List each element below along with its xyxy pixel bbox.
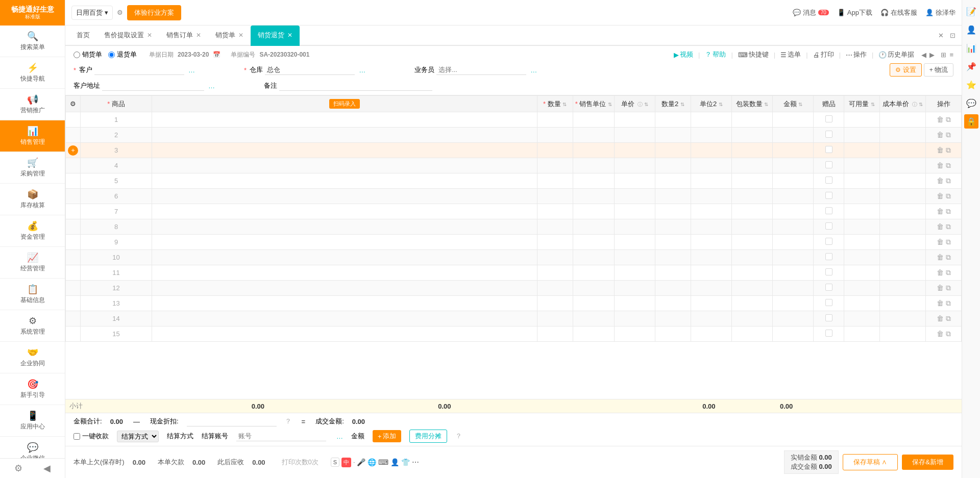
radio-return[interactable]: 退货单 — [108, 50, 137, 59]
qty2-cell[interactable] — [655, 326, 691, 342]
qty2-cell[interactable] — [655, 311, 691, 326]
pkg-cell[interactable] — [732, 112, 773, 128]
qty2-cell[interactable] — [655, 173, 691, 189]
amount-cell[interactable] — [773, 326, 814, 342]
pkg-cell[interactable] — [732, 189, 773, 204]
delete-row-btn[interactable]: 🗑 — [937, 299, 944, 308]
calendar-icon[interactable]: 📅 — [213, 51, 220, 58]
qty-cell[interactable] — [537, 204, 573, 219]
rs-pin-icon[interactable]: 📌 — [964, 59, 978, 73]
sidebar-item-guide[interactable]: 🎯 新手引导 — [0, 373, 65, 405]
copy-row-btn[interactable]: ⧉ — [946, 115, 951, 124]
sidebar-item-search[interactable]: 🔍 搜索菜单 — [0, 26, 65, 57]
remark-input[interactable] — [279, 81, 432, 91]
message-btn[interactable]: 💬 消息 70 — [793, 8, 829, 17]
cost-cell[interactable] — [880, 219, 926, 235]
available-cell[interactable] — [844, 189, 880, 204]
gift-checkbox[interactable] — [825, 314, 832, 321]
payment-method-select[interactable]: 结算方式 — [117, 431, 159, 442]
collapse-icon[interactable]: ◀ — [43, 463, 51, 474]
price-cell[interactable] — [615, 189, 655, 204]
fee-split-btn[interactable]: 费用分摊 — [409, 430, 447, 443]
pkg-cell[interactable] — [732, 143, 773, 158]
cost-cell[interactable] — [880, 326, 926, 342]
cost-cell[interactable] — [880, 204, 926, 219]
delete-row-btn[interactable]: 🗑 — [937, 177, 944, 185]
product-cell[interactable] — [152, 158, 537, 173]
pkg-cell[interactable] — [732, 235, 773, 250]
delete-row-btn[interactable]: 🗑 — [937, 238, 944, 246]
delete-row-btn[interactable]: 🗑 — [937, 330, 944, 338]
delete-row-btn[interactable]: 🗑 — [937, 146, 944, 155]
gift-cell[interactable] — [814, 326, 844, 342]
unit-cell[interactable] — [573, 250, 614, 265]
product-cell[interactable] — [152, 250, 537, 265]
gear-icon[interactable]: ⚙ — [70, 100, 76, 108]
qty-cell[interactable] — [537, 143, 573, 158]
available-cell[interactable] — [844, 204, 880, 219]
product-cell[interactable] — [152, 128, 537, 143]
qty-cell[interactable] — [537, 281, 573, 296]
amount-cell[interactable] — [773, 204, 814, 219]
unit-cell[interactable] — [573, 173, 614, 189]
salesperson-input[interactable] — [436, 65, 526, 75]
pkg-cell[interactable] — [732, 219, 773, 235]
price-cell[interactable] — [615, 219, 655, 235]
gift-cell[interactable] — [814, 112, 844, 128]
print-btn[interactable]: 🖨 打印 — [813, 50, 834, 59]
qty2-cell[interactable] — [655, 189, 691, 204]
unit2-cell[interactable] — [691, 158, 732, 173]
gift-cell[interactable] — [814, 128, 844, 143]
cost-cell[interactable] — [880, 189, 926, 204]
unit-cell[interactable] — [573, 296, 614, 311]
cost-cell[interactable] — [880, 311, 926, 326]
delete-row-btn[interactable]: 🗑 — [937, 161, 944, 170]
delete-row-btn[interactable]: 🗑 — [937, 314, 944, 323]
qty2-cell[interactable] — [655, 250, 691, 265]
available-cell[interactable] — [844, 311, 880, 326]
unit-cell[interactable] — [573, 219, 614, 235]
tab-price-extract[interactable]: 售价提取设置 ✕ — [97, 26, 159, 46]
product-cell[interactable] — [152, 281, 537, 296]
amount-cell[interactable] — [773, 235, 814, 250]
list-view-btn[interactable]: ≡ — [949, 51, 953, 59]
add-row-btn[interactable]: + — [68, 145, 78, 156]
qty2-cell[interactable] — [655, 265, 691, 281]
radio-sale-input[interactable] — [74, 52, 80, 58]
save-draft-btn[interactable]: 保存草稿 ∧ — [843, 454, 898, 470]
category-dropdown[interactable]: 日用百货 ▾ — [71, 6, 113, 20]
amount-cell[interactable] — [773, 128, 814, 143]
product-cell[interactable] — [152, 235, 537, 250]
qty-cell[interactable] — [537, 189, 573, 204]
trial-btn[interactable]: 体验行业方案 — [127, 5, 181, 20]
available-cell[interactable] — [844, 219, 880, 235]
online-service-btn[interactable]: 🎧 在线客服 — [880, 8, 917, 17]
tab-home[interactable]: 首页 — [69, 26, 97, 46]
copy-row-btn[interactable]: ⧉ — [946, 330, 951, 338]
shortcut-btn[interactable]: ⌨ 快捷键 — [738, 50, 769, 59]
qty2-cell[interactable] — [655, 204, 691, 219]
next-record-btn[interactable]: ▶ — [929, 51, 935, 59]
delete-row-btn[interactable]: 🗑 — [937, 115, 944, 124]
unit2-sort-icon[interactable]: ⇅ — [719, 102, 723, 107]
price-info-icon[interactable]: ⓘ — [638, 102, 643, 107]
gift-cell[interactable] — [814, 189, 844, 204]
amount-cell[interactable] — [773, 311, 814, 326]
copy-row-btn[interactable]: ⧉ — [946, 161, 951, 170]
logistics-btn[interactable]: + 物流 — [924, 63, 953, 77]
unit-cell[interactable] — [573, 143, 614, 158]
delete-row-btn[interactable]: 🗑 — [937, 268, 944, 277]
unit-cell[interactable] — [573, 265, 614, 281]
amount-cell[interactable] — [773, 112, 814, 128]
gift-cell[interactable] — [814, 173, 844, 189]
unit2-cell[interactable] — [691, 281, 732, 296]
copy-row-btn[interactable]: ⧉ — [946, 146, 951, 155]
gift-checkbox[interactable] — [825, 253, 832, 260]
gift-cell[interactable] — [814, 235, 844, 250]
rs-note-icon[interactable]: 📝 — [964, 4, 978, 18]
product-cell[interactable] — [152, 265, 537, 281]
qty-cell[interactable] — [537, 265, 573, 281]
delete-row-btn[interactable]: 🗑 — [937, 284, 944, 292]
gift-checkbox[interactable] — [825, 207, 832, 214]
gift-cell[interactable] — [814, 143, 844, 158]
